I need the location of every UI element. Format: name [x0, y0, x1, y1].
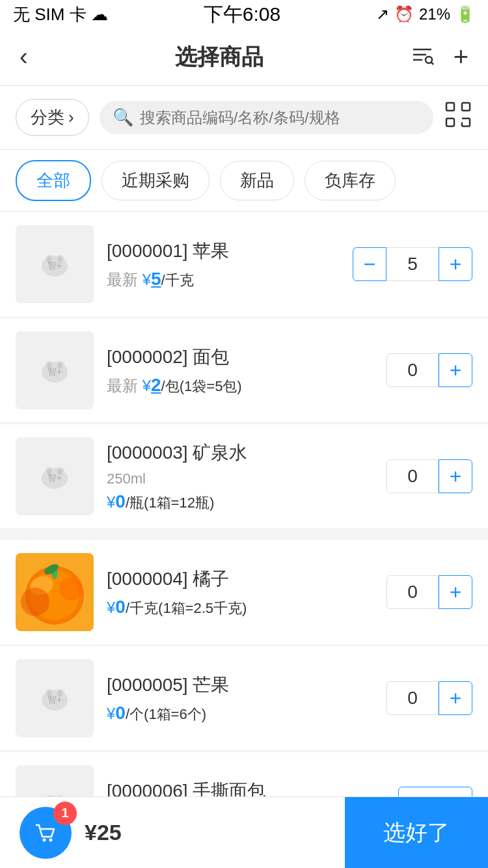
svg-line-4	[431, 62, 433, 64]
svg-text:智+: 智+	[47, 366, 62, 377]
tab-new[interactable]: 新品	[220, 161, 294, 200]
quantity-input[interactable]	[386, 247, 439, 281]
alarm-icon: ⏰	[394, 5, 414, 23]
product-price: ¥0/千克(1箱=2.5千克)	[107, 597, 373, 618]
product-price: ¥0/个(1箱=6个)	[107, 703, 373, 724]
cart-section: 1 ¥25	[0, 807, 345, 859]
tab-negative[interactable]: 负库存	[305, 161, 396, 200]
nav-icons: +	[411, 42, 468, 72]
search-bar: 🔍	[100, 101, 433, 134]
status-left: 无 SIM 卡 ☁	[13, 3, 108, 26]
cart-icon[interactable]: 1	[20, 807, 72, 859]
tab-recent[interactable]: 近期采购	[102, 161, 210, 200]
svg-text:智+: 智+	[47, 472, 62, 483]
quantity-plus-button[interactable]: +	[439, 681, 472, 715]
product-info: [0000004] 橘子 ¥0/千克(1箱=2.5千克)	[107, 567, 373, 618]
sim-status: 无 SIM 卡 ☁	[13, 3, 108, 26]
svg-point-33	[21, 588, 49, 616]
quantity-input[interactable]	[386, 353, 439, 387]
product-price: 最新 ¥2/包(1袋=5包)	[107, 375, 373, 396]
category-label: 分类	[31, 106, 64, 129]
category-button[interactable]: 分类 ›	[16, 99, 89, 136]
product-item: 智+ [0000005] 芒果 ¥0/个(1箱=6个) +	[0, 645, 488, 750]
tab-bar: 全部 近期采购 新品 负库存	[0, 150, 488, 212]
product-name: [0000002] 面包	[107, 345, 373, 370]
product-info: [0000003] 矿泉水 250ml ¥0/瓶(1箱=12瓶)	[107, 441, 373, 513]
svg-rect-7	[446, 118, 454, 126]
product-thumbnail: 智+	[16, 331, 94, 409]
category-chevron: ›	[68, 107, 74, 128]
confirm-button[interactable]: 选好了	[345, 797, 488, 869]
status-time: 下午6:08	[204, 1, 280, 28]
add-button[interactable]: +	[454, 42, 468, 72]
quantity-controls: − +	[353, 247, 472, 281]
page-title: 选择商品	[175, 42, 264, 72]
filter-icon[interactable]	[411, 43, 434, 72]
quantity-plus-button[interactable]: +	[439, 575, 472, 609]
product-name: [0000004] 橘子	[107, 567, 373, 591]
tab-all[interactable]: 全部	[16, 160, 91, 201]
svg-rect-5	[446, 103, 454, 111]
location-icon: ↗	[376, 5, 389, 23]
quantity-minus-button[interactable]: −	[353, 247, 386, 281]
search-icon: 🔍	[113, 107, 133, 128]
svg-point-55	[43, 838, 46, 841]
product-thumbnail: 智+	[16, 659, 94, 737]
nav-bar: ‹ 选择商品 +	[0, 29, 488, 86]
svg-point-56	[49, 838, 53, 841]
product-thumbnail	[16, 553, 94, 631]
product-name: [0000005] 芒果	[107, 673, 373, 698]
battery-icon: 🔋	[455, 5, 475, 23]
product-item: 智+ [0000002] 面包 最新 ¥2/包(1袋=5包) +	[0, 318, 488, 422]
quantity-plus-button[interactable]: +	[439, 353, 472, 387]
filter-bar: 分类 › 🔍	[0, 86, 488, 150]
product-price: ¥0/瓶(1箱=12瓶)	[107, 491, 373, 513]
product-list: 智+ [0000001] 苹果 最新 ¥5/千克 − +	[0, 212, 488, 868]
quantity-input[interactable]	[386, 681, 439, 715]
product-item: 智+ [0000003] 矿泉水 250ml ¥0/瓶(1箱=12瓶) +	[0, 424, 488, 528]
svg-rect-6	[462, 103, 470, 111]
svg-point-34	[59, 577, 83, 601]
product-info: [0000002] 面包 最新 ¥2/包(1袋=5包)	[107, 345, 373, 396]
product-info: [0000005] 芒果 ¥0/个(1箱=6个)	[107, 673, 373, 724]
quantity-controls: +	[386, 459, 472, 493]
quantity-input[interactable]	[386, 459, 439, 493]
back-button[interactable]: ‹	[20, 43, 28, 71]
product-name: [0000001] 苹果	[107, 239, 340, 264]
product-item: 智+ [0000001] 苹果 最新 ¥5/千克 − +	[0, 212, 488, 316]
battery-status: 21%	[419, 5, 450, 23]
search-input[interactable]	[140, 109, 420, 127]
product-info: [0000001] 苹果 最新 ¥5/千克	[107, 239, 340, 290]
product-thumbnail: 智+	[16, 225, 94, 303]
product-thumbnail: 智+	[16, 437, 94, 515]
cart-badge: 1	[53, 802, 77, 825]
cart-total: ¥25	[85, 820, 122, 845]
product-price: 最新 ¥5/千克	[107, 269, 340, 290]
bottom-bar: 1 ¥25 选好了	[0, 796, 488, 868]
quantity-plus-button[interactable]: +	[439, 247, 472, 281]
status-bar: 无 SIM 卡 ☁ 下午6:08 ↗ ⏰ 21% 🔋	[0, 0, 488, 29]
quantity-input[interactable]	[386, 575, 439, 609]
status-right: ↗ ⏰ 21% 🔋	[376, 5, 475, 23]
svg-text:智+: 智+	[47, 694, 62, 705]
svg-text:智+: 智+	[47, 260, 62, 271]
quantity-controls: +	[386, 353, 472, 387]
scan-icon[interactable]	[444, 100, 472, 135]
product-item: [0000004] 橘子 ¥0/千克(1箱=2.5千克) +	[0, 540, 488, 644]
quantity-plus-button[interactable]: +	[439, 459, 472, 493]
product-spec: 250ml	[107, 470, 373, 487]
quantity-controls: +	[386, 575, 472, 609]
product-name: [0000003] 矿泉水	[107, 441, 373, 465]
quantity-controls: +	[386, 681, 472, 715]
